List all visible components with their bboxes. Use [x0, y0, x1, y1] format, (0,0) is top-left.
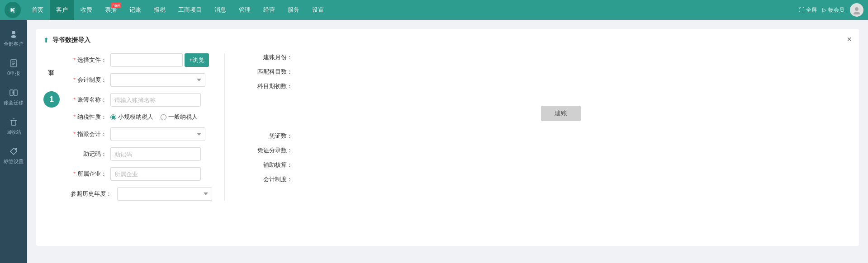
company-label: 所属企业： — [71, 170, 107, 178]
mnemonic-label: 助记码： — [71, 150, 107, 158]
step-circle: 1 — [43, 91, 60, 108]
accounting-system-select[interactable] — [110, 73, 205, 87]
panel-title: 导爷数据导入 — [52, 36, 90, 44]
svg-point-14 — [15, 149, 16, 150]
accounting-system-row: 会计制度： — [71, 73, 215, 87]
new-badge: new — [111, 3, 121, 8]
step-label: 建账 — [46, 62, 55, 80]
nav-item-operation[interactable]: 经营 — [257, 0, 281, 20]
tax-type-label: 纳税性质： — [71, 113, 107, 121]
vertical-divider — [224, 53, 225, 201]
import-icon: ⬆ — [43, 37, 49, 44]
match-subject-row: 匹配科目数： — [252, 68, 852, 76]
browse-button[interactable]: +浏览 — [185, 53, 209, 67]
right-accounting-system-label: 会计制度： — [252, 175, 293, 183]
file-input-group: +浏览 — [110, 53, 209, 67]
person-icon — [9, 29, 19, 39]
file-row: 选择文件： +浏览 — [71, 53, 215, 67]
aux-accounting-row: 辅助核算： — [252, 161, 852, 169]
nav-item-invoice[interactable]: 票据 new — [99, 0, 123, 20]
subject-init-label: 科目期初数： — [252, 82, 293, 90]
accountant-select[interactable] — [110, 127, 205, 141]
sidebar-item-all-customers[interactable]: 全部客户 — [0, 24, 27, 52]
accountant-label: 指派会计： — [71, 130, 107, 138]
sidebar-item-account-migration[interactable]: 账套迁移 — [0, 83, 27, 111]
voucher-entries-label: 凭证分录数： — [252, 146, 293, 155]
avatar[interactable] — [850, 3, 863, 17]
nav-item-service[interactable]: 服务 — [281, 0, 306, 20]
mnemonic-row: 助记码： — [71, 147, 215, 161]
company-row: 所属企业： — [71, 167, 215, 181]
trash-icon — [9, 117, 19, 127]
ledger-name-input[interactable] — [110, 93, 201, 107]
file-label: 选择文件： — [71, 56, 107, 64]
file-input[interactable] — [110, 53, 183, 67]
nav-items: 首页 客户 收费 票据 new 记账 报税 工商项目 消息 管理 经营 服务 设… — [25, 0, 799, 20]
build-month-row: 建账月份： — [252, 53, 852, 61]
nav-item-customer[interactable]: 客户 — [50, 0, 74, 20]
svg-rect-11 — [11, 120, 16, 125]
panel-header: ⬆ 导爷数据导入 — [43, 36, 852, 44]
accountant-row: 指派会计： — [71, 127, 215, 141]
tax-option-general[interactable]: 一般纳税人 — [161, 113, 198, 121]
nav-item-tax[interactable]: 报税 — [147, 0, 172, 20]
svg-point-1 — [855, 7, 859, 11]
nav-item-account[interactable]: 记账 — [123, 0, 147, 20]
tag-icon — [9, 146, 19, 156]
nav-item-home[interactable]: 首页 — [25, 0, 50, 20]
close-button[interactable]: × — [847, 35, 852, 43]
svg-rect-9 — [10, 90, 13, 95]
nav-item-manage[interactable]: 管理 — [232, 0, 257, 20]
fullscreen-btn[interactable]: ⛶ 全屏 — [799, 6, 817, 14]
content-area: ⬆ 导爷数据导入 × 建账 1 选择文件： — [27, 20, 868, 263]
report-icon — [9, 58, 19, 68]
logo[interactable] — [5, 2, 21, 18]
migrate-icon — [9, 88, 19, 98]
subject-init-row: 科目期初数： — [252, 82, 852, 90]
nav-item-billing[interactable]: 收费 — [74, 0, 99, 20]
history-year-select[interactable] — [117, 187, 212, 201]
svg-point-2 — [854, 12, 860, 14]
tax-option-small[interactable]: 小规模纳税人 — [110, 113, 153, 121]
company-input[interactable] — [110, 167, 201, 181]
history-year-row: 参照历史年度： — [71, 187, 215, 201]
voucher-row: 凭证数： — [252, 132, 852, 140]
aux-accounting-label: 辅助核算： — [252, 161, 293, 169]
tax-type-row: 纳税性质： 小规模纳税人 一般纳税人 — [71, 113, 215, 121]
nav-item-business[interactable]: 工商项目 — [172, 0, 208, 20]
build-month-label: 建账月份： — [252, 53, 293, 61]
right-section: 建账月份： 匹配科目数： 科目期初数： 建账 — [234, 53, 852, 201]
voucher-entries-row: 凭证分录数： — [252, 146, 852, 155]
match-subject-label: 匹配科目数： — [252, 68, 293, 76]
accounting-system-label: 会计制度： — [71, 76, 107, 84]
sidebar-item-declaration[interactable]: 0申报 — [0, 54, 27, 81]
history-year-label: 参照历史年度： — [71, 190, 112, 198]
sidebar-item-tag-settings[interactable]: 标签设置 — [0, 142, 27, 169]
nav-right: ⛶ 全屏 ▷ 畅会员 — [799, 3, 863, 17]
build-button[interactable]: 建账 — [541, 106, 581, 121]
main-layout: 全部客户 0申报 账套迁移 回收站 标签设置 — [0, 20, 868, 263]
right-accounting-system-row: 会计制度： — [252, 175, 852, 183]
vip-icon: ▷ — [822, 7, 826, 13]
ledger-name-row: 账簿名称： — [71, 93, 215, 107]
voucher-label: 凭证数： — [252, 132, 293, 140]
form-container: 建账 1 选择文件： +浏览 — [43, 53, 852, 201]
nav-item-settings[interactable]: 设置 — [306, 0, 330, 20]
sidebar: 全部客户 0申报 账套迁移 回收站 标签设置 — [0, 20, 27, 263]
top-nav: 首页 客户 收费 票据 new 记账 报税 工商项目 消息 管理 经营 服务 设… — [0, 0, 868, 20]
svg-point-3 — [12, 31, 15, 34]
svg-rect-10 — [14, 90, 17, 95]
mnemonic-input[interactable] — [110, 147, 201, 161]
fullscreen-icon: ⛶ — [799, 7, 804, 13]
ledger-name-label: 账簿名称： — [71, 96, 107, 104]
left-section: 建账 1 选择文件： +浏览 — [43, 53, 215, 201]
tax-type-radio-group: 小规模纳税人 一般纳税人 — [110, 113, 198, 121]
sidebar-item-recycle[interactable]: 回收站 — [0, 113, 27, 140]
panel: ⬆ 导爷数据导入 × 建账 1 选择文件： — [36, 29, 859, 246]
form-grid: 选择文件： +浏览 会计制度： — [71, 53, 215, 201]
vip-btn[interactable]: ▷ 畅会员 — [822, 6, 844, 14]
nav-item-message[interactable]: 消息 — [208, 0, 232, 20]
svg-point-4 — [11, 35, 16, 38]
